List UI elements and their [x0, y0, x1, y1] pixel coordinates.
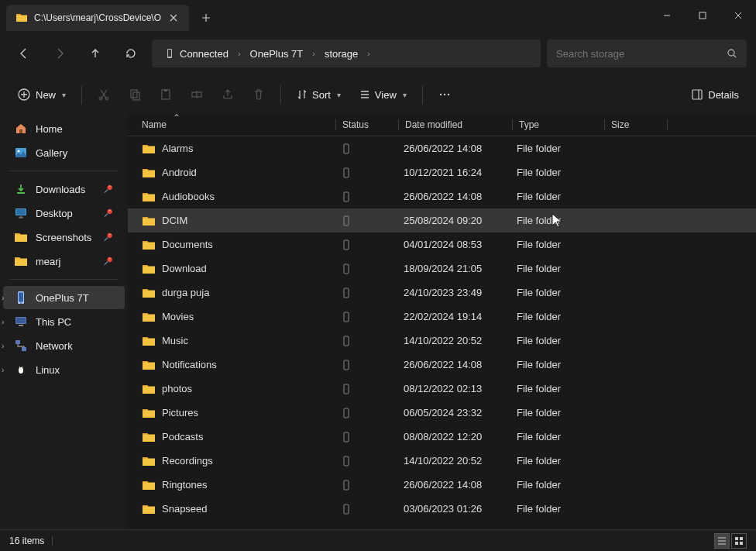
- new-tab-button[interactable]: [192, 5, 220, 31]
- forward-button[interactable]: [45, 39, 74, 68]
- svg-rect-10: [164, 89, 167, 91]
- chevron-right-icon[interactable]: ›: [367, 49, 370, 58]
- chevron-right-icon[interactable]: ›: [238, 49, 241, 58]
- rename-button[interactable]: [183, 81, 211, 108]
- file-modified: 25/08/2024 09:20: [397, 215, 510, 226]
- chevron-right-icon[interactable]: ›: [2, 342, 4, 350]
- breadcrumb-item[interactable]: OnePlus 7T: [244, 45, 310, 63]
- svg-point-17: [18, 150, 20, 153]
- sidebar-item-downloads[interactable]: Downloads📍: [3, 177, 125, 201]
- file-status: [335, 312, 397, 322]
- delete-button[interactable]: [245, 81, 273, 108]
- close-window-button[interactable]: [720, 0, 756, 31]
- share-button[interactable]: [214, 81, 242, 108]
- view-details-button[interactable]: [714, 533, 730, 549]
- tab[interactable]: C:\Users\mearj\CrossDevice\O: [6, 5, 189, 31]
- sidebar-item-mearj[interactable]: mearj📍: [3, 250, 125, 273]
- svg-rect-7: [131, 90, 137, 98]
- search-input[interactable]: [556, 48, 720, 60]
- chevron-right-icon[interactable]: ›: [312, 49, 315, 58]
- file-name: Recordings: [162, 455, 213, 467]
- copy-button[interactable]: [121, 81, 149, 108]
- phone-icon: [14, 291, 28, 305]
- status-bar: 16 items: [0, 529, 756, 551]
- col-type[interactable]: Type: [513, 119, 604, 130]
- svg-rect-38: [344, 288, 349, 298]
- table-row[interactable]: Alarms26/06/2022 14:08File folder: [128, 136, 756, 160]
- cut-button[interactable]: [90, 81, 118, 108]
- file-modified: 06/05/2024 23:32: [397, 407, 510, 418]
- file-status: [335, 432, 397, 443]
- folder-icon: [142, 335, 156, 347]
- breadcrumb-root[interactable]: Connected: [158, 45, 235, 63]
- chevron-right-icon[interactable]: ›: [2, 366, 4, 374]
- svg-rect-15: [692, 90, 702, 99]
- table-row[interactable]: Recordings14/10/2022 20:52File folder: [128, 449, 756, 473]
- sidebar-item-desktop[interactable]: Desktop📍: [3, 201, 125, 225]
- chevron-right-icon[interactable]: ›: [2, 318, 4, 326]
- breadcrumb[interactable]: Connected › OnePlus 7T › storage ›: [152, 40, 541, 67]
- sidebar-item-home[interactable]: Home: [3, 117, 125, 140]
- svg-rect-43: [344, 408, 349, 418]
- table-row[interactable]: Music14/10/2022 20:52File folder: [128, 329, 756, 353]
- sidebar-item-network[interactable]: ›Network: [3, 334, 125, 357]
- details-button[interactable]: Details: [683, 82, 747, 107]
- more-button[interactable]: [431, 81, 459, 108]
- table-row[interactable]: Download18/09/2024 21:05File folder: [128, 257, 756, 281]
- paste-button[interactable]: [152, 81, 180, 108]
- svg-rect-37: [344, 264, 349, 274]
- sort-button[interactable]: Sort ▾: [289, 83, 349, 107]
- table-row[interactable]: Audiobooks26/06/2022 14:08File folder: [128, 184, 756, 208]
- file-type: File folder: [510, 239, 602, 250]
- file-name: Ringtones: [162, 479, 208, 491]
- table-row[interactable]: Documents04/01/2024 08:53File folder: [128, 232, 756, 257]
- sidebar-item-gallery[interactable]: Gallery: [3, 141, 125, 164]
- svg-rect-41: [344, 360, 349, 370]
- col-name[interactable]: Name: [136, 119, 335, 130]
- file-type: File folder: [510, 263, 602, 274]
- col-size[interactable]: Size: [605, 119, 667, 130]
- up-button[interactable]: [81, 39, 110, 68]
- view-thumbnails-button[interactable]: [731, 533, 747, 549]
- folder-icon: [15, 12, 28, 24]
- search-box[interactable]: [547, 40, 747, 67]
- col-status[interactable]: Status: [336, 119, 398, 130]
- new-button[interactable]: New ▾: [9, 81, 74, 108]
- table-row[interactable]: Ringtones26/06/2022 14:08File folder: [128, 473, 756, 497]
- view-button[interactable]: View ▾: [352, 83, 414, 107]
- file-type: File folder: [510, 191, 602, 202]
- table-row[interactable]: Podcasts08/08/2022 12:20File folder: [128, 425, 756, 449]
- svg-rect-45: [344, 456, 349, 466]
- file-type: File folder: [510, 479, 602, 491]
- table-row[interactable]: Snapseed03/06/2023 01:26File folder: [128, 497, 756, 521]
- sidebar-item-screenshots[interactable]: Screenshots📍: [3, 226, 125, 249]
- col-modified[interactable]: Date modified: [399, 119, 512, 130]
- file-type: File folder: [510, 215, 602, 226]
- chevron-down-icon: ▾: [403, 91, 407, 99]
- breadcrumb-item[interactable]: storage: [318, 45, 364, 63]
- refresh-button[interactable]: [116, 39, 146, 68]
- chevron-right-icon[interactable]: ›: [2, 294, 4, 302]
- sidebar-item-linux[interactable]: ›Linux: [3, 358, 125, 381]
- table-row[interactable]: Pictures06/05/2024 23:32File folder: [128, 401, 756, 425]
- sidebar-item-this-pc[interactable]: ›This PC: [3, 310, 125, 333]
- file-status: [335, 384, 397, 394]
- table-row[interactable]: Android10/12/2021 16:24File folder: [128, 160, 756, 184]
- table-row[interactable]: photos08/12/2022 02:13File folder: [128, 377, 756, 401]
- folder-icon: [142, 287, 156, 299]
- file-modified: 04/01/2024 08:53: [397, 239, 510, 250]
- table-row[interactable]: Movies22/02/2024 19:14File folder: [128, 305, 756, 329]
- table-row[interactable]: DCIM25/08/2024 09:20File folder: [128, 208, 756, 232]
- search-icon[interactable]: [727, 48, 737, 59]
- minimize-button[interactable]: [649, 0, 685, 31]
- folder-icon: [14, 254, 28, 268]
- svg-rect-47: [344, 505, 349, 514]
- sidebar: HomeGallery Downloads📍Desktop📍Screenshot…: [0, 113, 128, 529]
- table-row[interactable]: durga puja24/10/2023 23:49File folder: [128, 281, 756, 305]
- sidebar-item-oneplus-7t[interactable]: ›OnePlus 7T: [3, 286, 125, 309]
- back-button[interactable]: [9, 39, 39, 68]
- table-row[interactable]: Notifications26/06/2022 14:08File folder: [128, 353, 756, 377]
- maximize-button[interactable]: [685, 0, 720, 31]
- close-tab-button[interactable]: [167, 12, 180, 24]
- file-name: Android: [162, 167, 197, 178]
